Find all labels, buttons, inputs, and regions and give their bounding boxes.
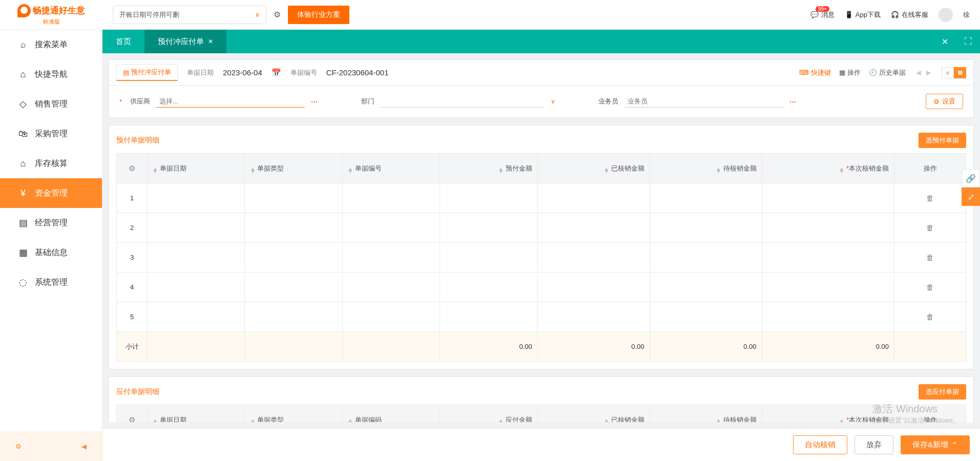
prev-doc-icon[interactable]: ◀ bbox=[914, 68, 923, 77]
table-row[interactable]: 5🗑 bbox=[117, 302, 966, 332]
auto-writeoff-button[interactable]: 自动核销 bbox=[793, 435, 847, 454]
column-header[interactable]: 操作 bbox=[894, 405, 966, 423]
fullscreen-icon[interactable]: ⛶ bbox=[956, 30, 980, 53]
column-header[interactable]: ▲▼预付金额 bbox=[440, 154, 537, 183]
doc-date-label: 单据日期 bbox=[187, 68, 214, 77]
column-header[interactable]: 操作 bbox=[894, 154, 966, 183]
view-form-icon[interactable]: ▦ bbox=[954, 67, 966, 78]
tab[interactable]: 预付冲应付单✕ bbox=[144, 30, 226, 53]
doc-date-value[interactable]: 2023-06-04 bbox=[223, 68, 262, 77]
column-header[interactable]: ▲▼待核销金额 bbox=[650, 405, 762, 423]
action-button[interactable]: ▦ 操作 bbox=[839, 68, 861, 77]
sidebar-item[interactable]: ◇销售管理 bbox=[0, 89, 102, 119]
table-row[interactable]: 1🗑 bbox=[117, 183, 966, 213]
sidebar-icon: ⌂ bbox=[17, 158, 29, 169]
sort-icon[interactable]: ▲▼ bbox=[348, 167, 353, 173]
table-row[interactable]: 4🗑 bbox=[117, 273, 966, 302]
logo-text: 畅捷通好生意 bbox=[33, 5, 85, 16]
online-service-button[interactable]: 🎧 在线客服 bbox=[891, 10, 928, 19]
column-header[interactable]: ▲▼已核销金额 bbox=[537, 405, 650, 423]
column-header[interactable]: ▲▼单据编码 bbox=[342, 405, 440, 423]
next-doc-icon[interactable]: ▶ bbox=[924, 68, 933, 77]
dept-input[interactable] bbox=[381, 95, 545, 108]
salesperson-input[interactable] bbox=[624, 95, 783, 108]
sort-icon[interactable]: ▲▼ bbox=[604, 419, 609, 423]
account-date-dropdown[interactable]: 开账日期可停用可删 ∨ bbox=[113, 6, 266, 24]
sidebar-item[interactable]: 🛍采购管理 bbox=[0, 119, 102, 149]
sort-icon[interactable]: ▲▼ bbox=[153, 419, 158, 423]
dept-chevron-icon[interactable]: ∨ bbox=[551, 98, 555, 105]
sidebar-item[interactable]: ⌕搜索菜单 bbox=[0, 30, 102, 59]
gear-icon[interactable]: ⚙ bbox=[15, 443, 22, 450]
history-label: 历史单据 bbox=[879, 68, 906, 77]
tabbar: 首页预付冲应付单✕ ✕ ⛶ bbox=[102, 30, 980, 53]
attachment-icon[interactable]: 🔗 bbox=[962, 169, 980, 187]
column-header[interactable]: ▲▼应付金额 bbox=[440, 405, 537, 423]
sidebar-item[interactable]: ◌系统管理 bbox=[0, 267, 102, 297]
chevron-down-icon: ∨ bbox=[255, 11, 260, 18]
delete-icon[interactable]: 🗑 bbox=[926, 223, 934, 232]
column-header[interactable]: ▲▼*本次核销金额 bbox=[762, 405, 894, 423]
salesperson-lookup-icon[interactable]: ⋯ bbox=[789, 98, 797, 106]
select-prepaid-button[interactable]: 选预付单据 bbox=[919, 133, 966, 148]
save-new-button[interactable]: 保存&新增 ⌃ bbox=[901, 435, 970, 454]
sidebar-item[interactable]: ⌂快捷导航 bbox=[0, 59, 102, 89]
supplier-input[interactable] bbox=[156, 95, 305, 108]
calendar-icon[interactable]: 📅 bbox=[272, 68, 281, 77]
messages-button[interactable]: 💬 99+ 消息 bbox=[810, 10, 835, 19]
discard-button[interactable]: 放弃 bbox=[854, 435, 893, 454]
view-list-icon[interactable]: ≡ bbox=[942, 67, 954, 78]
supplier-lookup-icon[interactable]: ⋯ bbox=[311, 98, 318, 106]
column-settings-icon[interactable]: ⚙ bbox=[117, 154, 148, 183]
phone-icon: 📱 bbox=[845, 11, 853, 18]
column-header[interactable]: ▲▼*本次核销金额 bbox=[762, 154, 894, 183]
sort-icon[interactable]: ▲▼ bbox=[604, 167, 609, 173]
sort-icon[interactable]: ▲▼ bbox=[839, 167, 844, 173]
sidebar-item[interactable]: ⌂库存核算 bbox=[0, 149, 102, 178]
sort-icon[interactable]: ▲▼ bbox=[498, 167, 504, 173]
top-header: 畅捷通好生意 标准版 开账日期可停用可删 ∨ ⚙ 体验行业方案 💬 99+ 消息… bbox=[0, 0, 980, 30]
payable-detail-section: 应付单据明细 选应付单据 ⚙▲▼单据日期▲▼单据类型▲▼单据编码▲▼应付金额▲▼… bbox=[109, 376, 974, 422]
column-header[interactable]: ▲▼单据日期 bbox=[148, 154, 245, 183]
delete-icon[interactable]: 🗑 bbox=[926, 253, 934, 262]
delete-icon[interactable]: 🗑 bbox=[926, 194, 934, 202]
tab[interactable]: 首页 bbox=[102, 30, 144, 53]
column-header[interactable]: ▲▼单据编号 bbox=[342, 154, 440, 183]
avatar[interactable] bbox=[939, 8, 953, 22]
sort-icon[interactable]: ▲▼ bbox=[716, 419, 721, 423]
industry-plan-button[interactable]: 体验行业方案 bbox=[288, 6, 349, 24]
sidebar-item[interactable]: ▤经营管理 bbox=[0, 208, 102, 238]
close-icon[interactable]: ✕ bbox=[208, 38, 213, 45]
sidebar-item-label: 基础信息 bbox=[35, 247, 68, 258]
sort-icon[interactable]: ▲▼ bbox=[498, 419, 504, 423]
close-tab-icon[interactable]: ✕ bbox=[933, 30, 956, 53]
footer-bar: 自动核销 放弃 保存&新增 ⌃ bbox=[102, 428, 980, 461]
sort-icon[interactable]: ▲▼ bbox=[348, 419, 353, 423]
collapse-icon[interactable]: ◀ bbox=[81, 443, 87, 450]
table-row[interactable]: 2🗑 bbox=[117, 213, 966, 243]
delete-icon[interactable]: 🗑 bbox=[926, 283, 934, 291]
history-button[interactable]: 🕘 历史单据 bbox=[869, 68, 906, 77]
column-settings-icon[interactable]: ⚙ bbox=[117, 405, 148, 423]
column-header[interactable]: ▲▼单据日期 bbox=[148, 405, 245, 423]
column-header[interactable]: ▲▼单据类型 bbox=[245, 405, 342, 423]
sort-icon[interactable]: ▲▼ bbox=[250, 167, 255, 173]
select-payable-button[interactable]: 选应付单据 bbox=[919, 384, 966, 400]
sort-icon[interactable]: ▲▼ bbox=[839, 419, 844, 423]
prepaid-title: 预付单据明细 bbox=[116, 136, 159, 145]
sort-icon[interactable]: ▲▼ bbox=[153, 167, 158, 173]
settings-icon[interactable]: ⚙ bbox=[274, 10, 281, 19]
app-download-button[interactable]: 📱 App下载 bbox=[845, 10, 881, 19]
sidebar-item[interactable]: ▦基础信息 bbox=[0, 238, 102, 267]
delete-icon[interactable]: 🗑 bbox=[926, 312, 934, 321]
column-header[interactable]: ▲▼已核销金额 bbox=[537, 154, 650, 183]
sidebar-item[interactable]: ¥资金管理 bbox=[0, 178, 102, 208]
expand-icon[interactable]: ⤢ bbox=[962, 187, 980, 206]
column-header[interactable]: ▲▼待核销金额 bbox=[650, 154, 762, 183]
table-row[interactable]: 3🗑 bbox=[117, 243, 966, 273]
settings-button[interactable]: ⚙ 设置 bbox=[926, 94, 963, 109]
shortcut-button[interactable]: ⌨ 快捷键 bbox=[799, 68, 831, 77]
sort-icon[interactable]: ▲▼ bbox=[716, 167, 721, 173]
sort-icon[interactable]: ▲▼ bbox=[250, 419, 255, 423]
column-header[interactable]: ▲▼单据类型 bbox=[245, 154, 342, 183]
